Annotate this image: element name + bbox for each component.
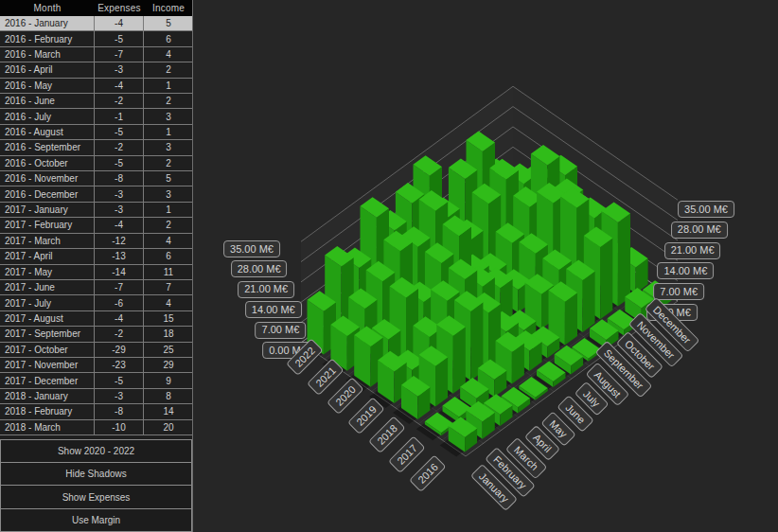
table-row[interactable]: 2016 - December-33 — [0, 186, 192, 202]
month-cell: 2017 - April — [0, 249, 95, 263]
expenses-cell: -4 — [95, 218, 144, 232]
expenses-cell: -8 — [95, 404, 144, 418]
expenses-cell: -1 — [95, 109, 144, 123]
bar-right-face[interactable] — [583, 271, 595, 332]
expenses-cell: -2 — [95, 140, 144, 154]
month-cell: 2017 - March — [0, 234, 95, 248]
expenses-cell: -4 — [95, 16, 144, 30]
income-cell: 20 — [144, 420, 193, 434]
expenses-cell: -6 — [95, 295, 144, 310]
table-row[interactable]: 2016 - October-52 — [0, 156, 192, 171]
month-cell: 2017 - November — [0, 358, 95, 372]
table-row[interactable]: 2016 - June-22 — [0, 94, 192, 109]
column-header-income: Income — [144, 3, 193, 13]
income-cell: 2 — [144, 218, 193, 232]
bars-3d-graph[interactable]: 0.00 M€0.00 M€7.00 M€7.00 M€14.00 M€14.0… — [193, 0, 778, 532]
bar-right-face[interactable] — [565, 293, 577, 345]
value-axis-label-left: 35.00 M€ — [223, 240, 280, 257]
month-cell: 2017 - February — [0, 218, 95, 232]
button-stack: Show 2020 - 2022Hide ShadowsShow Expense… — [0, 440, 192, 532]
table-row[interactable]: 2017 - March-124 — [0, 234, 192, 249]
month-cell: 2017 - August — [0, 311, 95, 326]
table-header: MonthExpensesIncome — [0, 0, 192, 16]
income-cell: 5 — [144, 16, 193, 30]
month-cell: 2017 - January — [0, 203, 95, 217]
month-cell: 2016 - January — [0, 16, 95, 30]
expenses-cell: -8 — [95, 171, 144, 186]
table-row[interactable]: 2016 - November-85 — [0, 171, 192, 186]
bar-right-face[interactable] — [600, 238, 612, 319]
table-row[interactable]: 2016 - April-32 — [0, 62, 192, 78]
table-row[interactable]: 2017 - June-77 — [0, 280, 192, 295]
table-row[interactable]: 2016 - September-23 — [0, 140, 192, 155]
expenses-cell: -10 — [95, 420, 144, 434]
table-row[interactable]: 2017 - May-1411 — [0, 265, 192, 280]
table-row[interactable]: 2018 - February-814 — [0, 404, 192, 419]
expenses-cell: -5 — [95, 156, 144, 170]
month-cell: 2018 - March — [0, 420, 95, 434]
income-cell: 6 — [144, 249, 193, 263]
table-row[interactable]: 2016 - August-51 — [0, 125, 192, 140]
income-cell: 6 — [144, 31, 193, 45]
month-cell: 2016 - June — [0, 94, 95, 108]
income-cell: 4 — [144, 234, 193, 248]
table-row[interactable]: 2016 - February-56 — [0, 31, 192, 46]
bar-right-face[interactable] — [453, 327, 466, 394]
table-row[interactable]: 2018 - January-38 — [0, 389, 192, 404]
expenses-cell: -23 — [95, 358, 144, 372]
column-header-expenses: Expenses — [95, 3, 144, 13]
month-cell: 2016 - April — [0, 62, 95, 77]
value-axis-label-right: 14.00 M€ — [657, 262, 714, 279]
month-cell: 2017 - July — [0, 295, 95, 310]
month-cell: 2016 - November — [0, 171, 95, 186]
expenses-cell: -2 — [95, 327, 144, 341]
expenses-cell: -3 — [95, 186, 144, 201]
value-axis-label-left: 14.00 M€ — [245, 301, 302, 318]
month-cell: 2017 - May — [0, 265, 95, 279]
month-cell: 2016 - May — [0, 79, 95, 93]
income-cell: 3 — [144, 109, 193, 123]
table-row[interactable]: 2017 - November-2329 — [0, 358, 192, 373]
table-row[interactable]: 2018 - March-1020 — [0, 420, 192, 435]
expenses-cell: -7 — [95, 47, 144, 62]
expenses-cell: -13 — [95, 249, 144, 263]
table-row[interactable]: 2016 - March-74 — [0, 47, 192, 62]
value-axis-label-left: 7.00 M€ — [256, 322, 307, 339]
income-cell: 9 — [144, 373, 193, 387]
table-row[interactable]: 2017 - September-218 — [0, 327, 192, 342]
month-cell: 2017 - December — [0, 373, 95, 387]
bar-right-face[interactable] — [618, 214, 630, 307]
income-cell: 8 — [144, 389, 193, 403]
button-show-2020-2022[interactable]: Show 2020 - 2022 — [0, 439, 192, 463]
table-row[interactable]: 2017 - July-64 — [0, 295, 192, 310]
month-cell: 2017 - June — [0, 280, 95, 294]
table-row[interactable]: 2017 - February-42 — [0, 218, 192, 233]
button-use-margin[interactable]: Use Margin — [0, 508, 192, 532]
table-row[interactable]: 2017 - December-59 — [0, 373, 192, 388]
month-cell: 2016 - March — [0, 47, 95, 62]
table-row[interactable]: 2017 - October-2925 — [0, 343, 192, 358]
income-cell: 1 — [144, 125, 193, 139]
month-cell: 2016 - December — [0, 186, 95, 201]
income-cell: 3 — [144, 140, 193, 154]
expenses-cell: -5 — [95, 31, 144, 45]
income-cell: 11 — [144, 265, 193, 279]
column-header-month: Month — [0, 3, 95, 13]
expenses-cell: -3 — [95, 389, 144, 403]
button-hide-shadows[interactable]: Hide Shadows — [0, 462, 192, 486]
table-row[interactable]: 2016 - May-41 — [0, 79, 192, 94]
income-cell: 7 — [144, 280, 193, 294]
table-row[interactable]: 2017 - April-136 — [0, 249, 192, 264]
table-row[interactable]: 2017 - August-415 — [0, 311, 192, 327]
value-axis-label-right: 28.00 M€ — [671, 222, 728, 239]
expenses-cell: -29 — [95, 343, 144, 357]
month-cell: 2018 - February — [0, 404, 95, 418]
button-show-expenses[interactable]: Show Expenses — [0, 485, 192, 508]
table-row[interactable]: 2016 - July-13 — [0, 109, 192, 124]
expenses-cell: -5 — [95, 373, 144, 387]
table-row[interactable]: 2017 - January-31 — [0, 203, 192, 218]
income-cell: 2 — [144, 94, 193, 108]
expenses-cell: -14 — [95, 265, 144, 279]
table-row[interactable]: 2016 - January-45 — [0, 16, 192, 31]
expenses-cell: -4 — [95, 311, 144, 326]
